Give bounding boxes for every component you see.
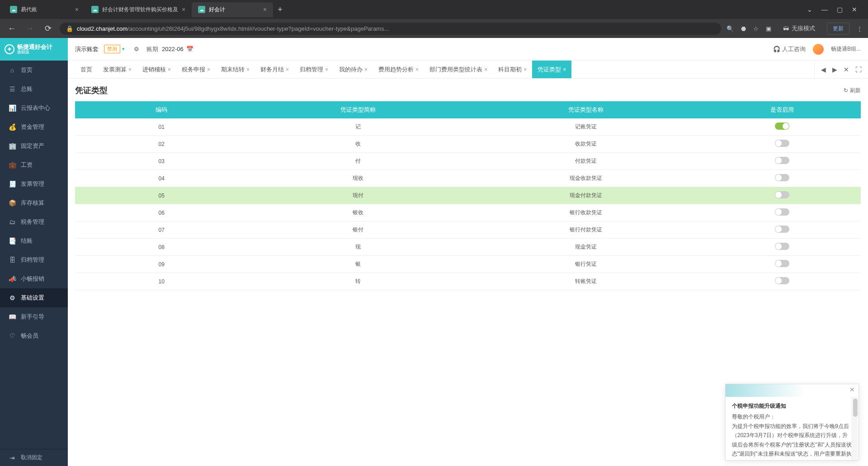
minimize-icon[interactable]: — [821, 6, 828, 13]
tab-favicon: ☁ [198, 6, 205, 13]
fullscreen-icon[interactable]: ⛶ [853, 64, 864, 75]
table-row[interactable]: 04现收现金收款凭证 [75, 170, 861, 187]
page-tab[interactable]: 进销稽核× [137, 61, 176, 78]
bookmark-icon[interactable]: ☆ [753, 25, 759, 32]
tab-close-icon[interactable]: × [263, 6, 267, 13]
page-tab-close-icon[interactable]: × [524, 66, 527, 73]
page-tab-close-icon[interactable]: × [484, 66, 487, 73]
browser-tab[interactable]: ☁好会计财务管理软件购买价格及× [85, 2, 192, 17]
table-row[interactable]: 01记记账凭证 [75, 118, 861, 136]
enable-toggle[interactable] [775, 226, 789, 233]
enable-toggle[interactable] [775, 140, 789, 147]
page-tab-close-icon[interactable]: × [415, 66, 419, 73]
notification-scrollbar-thumb[interactable] [853, 399, 858, 417]
page-tab[interactable]: 归档管理× [294, 61, 334, 78]
tab-list-icon[interactable]: ⌄ [807, 6, 812, 13]
back-button[interactable]: ← [5, 24, 18, 33]
page-tab[interactable]: 部门费用类型统计表× [424, 61, 493, 78]
url-field[interactable]: 🔒 cloud2.chanjet.com/accounting/uh26t264… [60, 23, 721, 35]
tab-close-icon[interactable]: × [182, 6, 185, 13]
nav-item-icon: 📖 [8, 313, 16, 320]
nav-item-icon: 📑 [8, 237, 16, 245]
page-tab[interactable]: 税务申报× [176, 61, 216, 78]
page-tab-close-icon[interactable]: × [168, 66, 171, 73]
enable-toggle[interactable] [775, 191, 789, 198]
pin-toggle[interactable]: ⇥ 取消固定 [0, 449, 68, 466]
cell-name: 收款凭证 [468, 136, 703, 153]
menu-icon[interactable]: ⋮ [857, 25, 863, 32]
support-button[interactable]: 🎧 人工咨询 [773, 45, 806, 53]
page-tab-close-icon[interactable]: × [207, 66, 210, 73]
calendar-icon[interactable]: 📅 [186, 46, 193, 52]
tabs-close-all-icon[interactable]: ✕ [841, 64, 852, 75]
page-tab[interactable]: 科目期初× [493, 61, 532, 78]
table-row[interactable]: 09银银行凭证 [75, 256, 861, 273]
page-tab[interactable]: 凭证类型× [532, 61, 571, 78]
enable-toggle[interactable] [775, 174, 789, 181]
enable-toggle[interactable] [775, 122, 789, 130]
page-tab[interactable]: 期末结转× [216, 61, 255, 78]
logo-area[interactable]: ✦ 畅捷通好会计 旗舰版 [0, 38, 68, 61]
page-tab[interactable]: 财务月结× [255, 61, 294, 78]
sidebar-item[interactable]: 🗄归档管理 [0, 250, 68, 269]
sidebar-item[interactable]: 🧾发票管理 [0, 174, 68, 193]
enable-toggle[interactable] [775, 157, 789, 164]
tabs-prev-icon[interactable]: ◀ [818, 64, 829, 75]
new-tab-button[interactable]: + [273, 2, 287, 17]
incognito-badge[interactable]: 🕶 无痕模式 [778, 23, 820, 34]
browser-tab[interactable]: ☁易代账× [4, 2, 85, 17]
page-tab-close-icon[interactable]: × [286, 66, 289, 73]
sidebar-item[interactable]: 📣小畅报销 [0, 269, 68, 288]
sidebar-item[interactable]: 📊云报表中心 [0, 99, 68, 118]
sidebar-item[interactable]: ⚙基础设置 [0, 288, 68, 307]
page-tab[interactable]: 首页 [75, 61, 98, 78]
user-name[interactable]: 畅捷通B组... [831, 45, 861, 53]
close-window-icon[interactable]: ✕ [852, 6, 857, 13]
maximize-icon[interactable]: ▢ [837, 6, 843, 13]
table-row[interactable]: 05现付现金付款凭证 [75, 187, 861, 204]
enable-toggle[interactable] [775, 208, 789, 216]
page-tab-close-icon[interactable]: × [325, 66, 328, 73]
extensions-icon[interactable]: ⬣ [741, 25, 746, 32]
page-tab[interactable]: 我的待办× [334, 61, 373, 78]
page-tab-close-icon[interactable]: × [128, 66, 132, 73]
account-dropdown-icon[interactable]: ▾ [122, 46, 125, 52]
sidebar-item[interactable]: 📑结账 [0, 231, 68, 250]
enable-toggle[interactable] [775, 260, 789, 267]
forward-button[interactable]: → [24, 24, 36, 33]
table-row[interactable]: 08现现金凭证 [75, 239, 861, 256]
page-tab[interactable]: 费用趋势分析× [373, 61, 424, 78]
table-row[interactable]: 06银收银行收款凭证 [75, 204, 861, 221]
sidebar-item[interactable]: 📦库存核算 [0, 193, 68, 212]
sidebar-item[interactable]: ⌂首页 [0, 61, 68, 80]
table-row[interactable]: 10转转账凭证 [75, 273, 861, 290]
zoom-icon[interactable]: 🔍 [726, 25, 734, 32]
sidebar-item[interactable]: 💰资金管理 [0, 118, 68, 137]
user-avatar[interactable] [813, 44, 824, 55]
sidebar-item[interactable]: 📖新手引导 [0, 307, 68, 326]
table-row[interactable]: 03付付款凭证 [75, 153, 861, 170]
page-tab-close-icon[interactable]: × [246, 66, 250, 73]
page-tab[interactable]: 发票测算× [98, 61, 137, 78]
sidebar-item[interactable]: ♡畅会员 [0, 326, 68, 345]
sidebar-item[interactable]: 🏢固定资产 [0, 137, 68, 155]
sidebar-item[interactable]: ☰总账 [0, 80, 68, 99]
tabs-next-icon[interactable]: ▶ [830, 64, 840, 75]
table-row[interactable]: 02收收款凭证 [75, 136, 861, 153]
browser-tab[interactable]: ☁好会计× [192, 2, 273, 17]
sidebar-item[interactable]: 🗂税务管理 [0, 212, 68, 231]
enable-toggle[interactable] [775, 277, 789, 284]
tab-close-icon[interactable]: × [75, 6, 79, 13]
account-name[interactable]: 演示账套 [75, 45, 99, 53]
table-row[interactable]: 07银付银行付款凭证 [75, 221, 861, 239]
page-tab-close-icon[interactable]: × [563, 66, 566, 73]
notification-close-icon[interactable]: ✕ [849, 386, 855, 393]
gear-icon[interactable]: ⚙ [134, 46, 139, 52]
enable-toggle[interactable] [775, 243, 789, 250]
sidebar-item[interactable]: 💼工资 [0, 155, 68, 174]
page-tab-close-icon[interactable]: × [364, 66, 368, 73]
update-button[interactable]: 更新 [827, 23, 849, 35]
refresh-button[interactable]: ↻ 刷新 [844, 87, 861, 94]
reading-list-icon[interactable]: ▣ [766, 25, 771, 32]
reload-button[interactable]: ⟳ [42, 24, 54, 33]
